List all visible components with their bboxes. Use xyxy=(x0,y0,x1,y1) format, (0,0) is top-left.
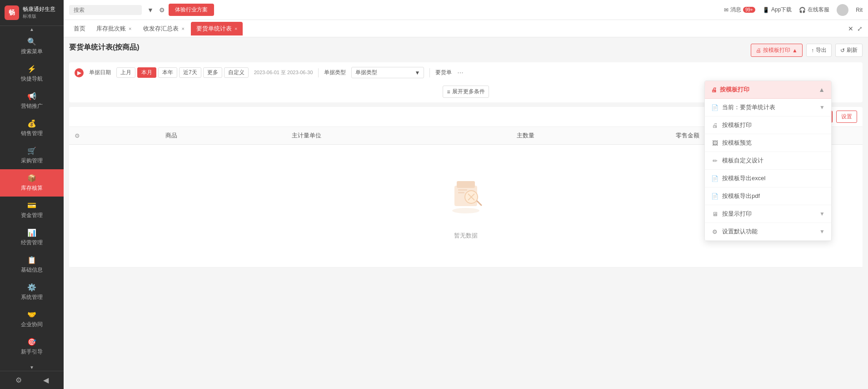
print-dropdown-close-btn[interactable]: ▲ xyxy=(818,86,825,93)
window-maximize-btn[interactable]: ⤢ xyxy=(857,25,863,32)
sidebar-item-sales[interactable]: 💰 销售管理 xyxy=(0,115,64,142)
dropdown-display-print[interactable]: 🖥 按显示打印 ▼ xyxy=(705,205,831,223)
refresh-btn[interactable]: ↺ 刷新 xyxy=(835,44,863,57)
date-btn-last-month[interactable]: 上月 xyxy=(116,67,135,78)
print-template-btn[interactable]: 🖨 按模板打印 ▲ xyxy=(751,44,803,57)
app-version: 标准版 xyxy=(23,13,55,20)
dropdown-template-excel[interactable]: 📄 按模板导出excel xyxy=(705,170,831,187)
tab-receipt-summary[interactable]: 收发存汇总表 × xyxy=(138,22,190,35)
dropdown-template-pdf[interactable]: 📄 按模板导出pdf xyxy=(705,187,831,205)
message-icon: ✉ xyxy=(724,7,728,13)
set-default-arrow: ▼ xyxy=(819,228,825,235)
sidebar-item-purchase[interactable]: 🛒 采购管理 xyxy=(0,142,64,169)
scroll-down-btn[interactable]: ▼ xyxy=(0,364,64,371)
date-btn-custom[interactable]: 自定义 xyxy=(224,67,249,78)
sidebar-item-collab[interactable]: 🤝 企业协同 xyxy=(0,306,64,333)
sidebar-item-basic[interactable]: 📋 基础信息 xyxy=(0,251,64,278)
date-btn-more[interactable]: 更多 xyxy=(203,67,222,78)
sidebar-item-sales-label: 销售管理 xyxy=(21,130,43,137)
sidebar-item-search[interactable]: 🔍 搜索菜单 xyxy=(0,33,64,60)
tab-batch-account-close[interactable]: × xyxy=(129,26,131,31)
tab-order-stats[interactable]: 要货单统计表 × xyxy=(191,22,243,35)
select-arrow-icon: ▼ xyxy=(414,70,420,76)
inventory-icon: 📦 xyxy=(27,174,36,182)
window-controls: ✕ ⤢ xyxy=(848,25,863,32)
th-quantity: 主数量 xyxy=(511,127,670,145)
current-template-label: 当前：要货单统计表 xyxy=(722,103,775,111)
main-content: ▼ ⚙ 体验行业方案 ✉ 消息 99+ 📱 App下载 🎧 在线客服 Rit 首… xyxy=(64,0,868,389)
filter-expand-btn[interactable]: ▶ xyxy=(75,68,84,77)
sidebar-item-guide[interactable]: 🎯 新手引导 xyxy=(0,333,64,360)
topbar-right: ✉ 消息 99+ 📱 App下载 🎧 在线客服 Rit xyxy=(724,4,863,16)
dropdown-template-print[interactable]: 🖨 按模板打印 xyxy=(705,116,831,134)
print-dropdown-header: 🖨 按模板打印 ▲ xyxy=(705,81,831,99)
message-item[interactable]: ✉ 消息 99+ xyxy=(724,6,755,14)
doc-type-label: 单据类型 xyxy=(324,69,346,76)
date-btn-current-month[interactable]: 本月 xyxy=(137,67,156,78)
sidebar-item-appstore[interactable]: 🏪 应用中心 xyxy=(0,360,64,364)
dropdown-display-print-left: 🖥 按显示打印 xyxy=(711,210,752,218)
window-close-btn[interactable]: ✕ xyxy=(848,25,853,32)
page-title: 要货单统计表(按商品) xyxy=(69,43,140,52)
online-service-label: 在线客服 xyxy=(808,6,829,14)
sidebar-item-inventory[interactable]: 📦 库存核算 xyxy=(0,169,64,197)
empty-illustration xyxy=(443,172,489,226)
sidebar-item-finance[interactable]: 💳 资金管理 xyxy=(0,197,64,224)
online-service-item[interactable]: 🎧 在线客服 xyxy=(799,6,829,14)
tab-home[interactable]: 首页 xyxy=(69,22,90,35)
username: Rit xyxy=(856,7,863,13)
tab-order-stats-close[interactable]: × xyxy=(234,26,237,31)
sidebar-item-shortcut[interactable]: ⚡ 快捷导航 xyxy=(0,60,64,87)
expand-icon: ≡ xyxy=(447,89,450,95)
date-range-display: 2023-06-01 至 2023-06-30 xyxy=(254,69,313,76)
more-conditions-label: 展开更多条件 xyxy=(452,88,485,96)
collab-icon: 🤝 xyxy=(27,310,36,319)
print-dropdown: 🖨 按模板打印 ▲ 📄 当前：要货单统计表 ▼ 🖨 按模板打印 xyxy=(704,81,832,241)
th-unit: 主计量单位 xyxy=(286,127,511,145)
sidebar-item-finance-label: 资金管理 xyxy=(21,212,43,219)
sidebar-item-system[interactable]: ⚙️ 系统管理 xyxy=(0,278,64,306)
empty-text: 暂无数据 xyxy=(454,232,478,240)
marketing-icon: 📢 xyxy=(27,92,36,101)
tab-batch-account[interactable]: 库存批次账 × xyxy=(91,22,137,35)
th-goods: 商品 xyxy=(160,127,286,145)
date-btn-current-year[interactable]: 本年 xyxy=(158,67,177,78)
collapse-icon[interactable]: ◀ xyxy=(43,376,49,384)
date-btn-7days[interactable]: 近7天 xyxy=(179,67,201,78)
sidebar-item-basic-label: 基础信息 xyxy=(21,266,43,274)
topbar-gear-icon[interactable]: ⚙ xyxy=(159,6,165,14)
scroll-up-btn[interactable]: ▲ xyxy=(0,26,64,33)
filter-more-icon[interactable]: ··· xyxy=(457,69,463,77)
th-gear[interactable]: ⚙ xyxy=(69,127,160,145)
sidebar-item-collab-label: 企业协同 xyxy=(21,321,43,328)
doc-type-select[interactable]: 单据类型 ▼ xyxy=(351,67,424,78)
display-print-arrow: ▼ xyxy=(819,211,825,217)
dropdown-template-custom[interactable]: ✏ 模板自定义设计 xyxy=(705,152,831,170)
sidebar-item-operation[interactable]: 📊 经营管理 xyxy=(0,224,64,251)
tab-order-stats-label: 要货单统计表 xyxy=(196,25,232,33)
filter-divider-2 xyxy=(429,68,430,77)
dropdown-current-template[interactable]: 📄 当前：要货单统计表 ▼ xyxy=(705,99,831,116)
message-label: 消息 xyxy=(730,6,741,14)
sidebar-item-shortcut-label: 快捷导航 xyxy=(21,75,43,83)
template-preview-icon: 🖼 xyxy=(711,140,718,147)
template-preview-label: 按模板预览 xyxy=(722,139,752,147)
dropdown-current-left: 📄 当前：要货单统计表 xyxy=(711,103,775,111)
topbar-settings-icon[interactable]: ▼ xyxy=(147,6,154,14)
dropdown-set-default[interactable]: ⚙ 设置默认功能 ▼ xyxy=(705,223,831,241)
sidebar-item-marketing[interactable]: 📢 营销推广 xyxy=(0,87,64,115)
purchase-icon: 🛒 xyxy=(27,147,36,155)
avatar[interactable] xyxy=(837,4,848,16)
tab-receipt-summary-close[interactable]: × xyxy=(181,26,184,31)
topbar-search-input[interactable] xyxy=(69,5,142,15)
industry-btn[interactable]: 体验行业方案 xyxy=(169,4,214,16)
export-btn[interactable]: ↑ 导出 xyxy=(806,44,832,57)
settings-bottom-icon[interactable]: ⚙ xyxy=(15,376,22,384)
app-download-item[interactable]: 📱 App下载 xyxy=(763,6,792,14)
more-conditions-btn[interactable]: ≡ 展开更多条件 xyxy=(443,86,489,98)
template-custom-icon: ✏ xyxy=(711,157,718,164)
settings-btn[interactable]: 设置 xyxy=(836,111,857,123)
print-title-label: 按模板打印 xyxy=(720,86,749,94)
sidebar: 畅 畅康通好生意 标准版 ▲ 🔍 搜索菜单 ⚡ 快捷导航 📢 营销推广 💰 销售… xyxy=(0,0,64,389)
dropdown-template-preview[interactable]: 🖼 按模板预览 xyxy=(705,134,831,152)
